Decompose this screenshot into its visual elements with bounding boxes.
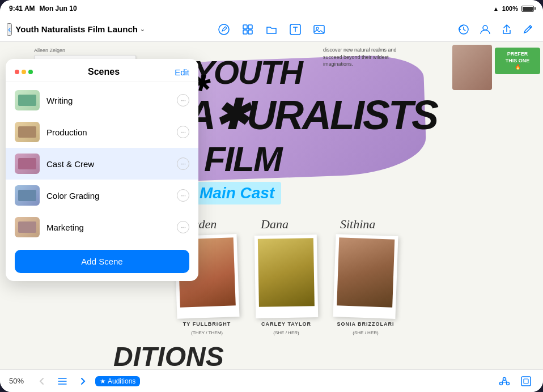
ipad-frame: 9:41 AM Mon Jun 10 ▲ 100% ‹ Youth Natura… (0, 0, 543, 392)
battery-icon (521, 6, 534, 12)
cast-name-carley: CARLEY TAYLOR (261, 321, 311, 327)
scene-more-writing[interactable]: ··· (177, 94, 189, 106)
scene-thumb-color (15, 185, 40, 206)
scene-item-writing[interactable]: Writing ··· (6, 84, 198, 116)
toolbar-right (332, 22, 536, 37)
svg-point-0 (219, 24, 229, 35)
top-right-thumbnail (452, 45, 492, 90)
scene-thumb-marketing (15, 217, 40, 237)
fullscreen-icon[interactable] (518, 373, 534, 389)
aileen-label: Aileen Zeigen (34, 48, 136, 53)
document-title-button[interactable]: Youth Naturalists Film Launch ⌄ (15, 24, 145, 34)
window-dots (15, 70, 33, 74)
polaroid-photo-carley (258, 238, 315, 307)
scene-more-production[interactable]: ··· (177, 126, 189, 138)
grid-icon[interactable] (240, 22, 256, 37)
thumb-inner-cast (15, 154, 40, 174)
cast-pronoun-sonia: (SHE / HER) (353, 330, 378, 335)
scene-label-marketing: Marketing (46, 223, 170, 232)
status-time: 9:41 AM (9, 5, 35, 12)
dot-yellow (22, 70, 26, 74)
scene-list: Writing ··· Production ··· (6, 82, 198, 245)
scene-thumb-production (15, 122, 40, 142)
back-button[interactable]: ‹ (7, 23, 12, 36)
scene-thumb-cast (15, 154, 40, 174)
scenes-edit-button[interactable]: Edit (175, 67, 189, 77)
share-icon[interactable] (499, 22, 515, 37)
folder-icon[interactable] (264, 22, 279, 37)
naturalists-text: NA✱URALISTS (159, 91, 431, 139)
cast-member-sonia: Sithina SONIA BRIZZOLARI (SHE / HER) (334, 217, 397, 335)
bottom-bar: 50% ★ Auditions (0, 369, 543, 392)
svg-rect-3 (243, 30, 247, 34)
add-scene-button[interactable]: Add Scene (15, 250, 189, 273)
svg-point-9 (483, 25, 487, 30)
cast-member-carley: Dana CARLEY TAYLOR (SHE / HER) (255, 217, 317, 335)
toolbar-left: ‹ Youth Naturalists Film Launch ⌄ (7, 23, 211, 36)
thumb-inner-writing (15, 90, 40, 110)
scene-more-cast-crew[interactable]: ··· (177, 157, 189, 170)
film-text: FILM (204, 139, 431, 179)
document-title-text: Youth Naturalists Film Launch (15, 24, 138, 34)
starred-badge[interactable]: ★ Auditions (95, 376, 140, 386)
scene-item-production[interactable]: Production ··· (6, 116, 198, 148)
pencil-circle-icon[interactable] (216, 22, 232, 37)
status-date: Mon Jun 10 (40, 5, 77, 12)
share-bottom-icon[interactable] (497, 373, 512, 389)
polaroid-carley (254, 235, 319, 318)
svg-rect-1 (243, 25, 247, 29)
scene-more-marketing[interactable]: ··· (177, 221, 189, 233)
scene-label-cast-crew: Cast & Crew (46, 159, 170, 169)
main-cast-label: Main Cast (193, 182, 281, 204)
thumb-inner-production (15, 122, 40, 142)
scene-label-production: Production (46, 127, 170, 137)
thumb-inner-marketing (15, 217, 40, 237)
title-chevron-icon: ⌄ (140, 26, 145, 32)
edit-icon[interactable] (520, 22, 536, 37)
scenes-panel-title: Scenes (33, 67, 175, 77)
cast-name-sonia: SONIA BRIZZOLARI (337, 321, 394, 327)
scenes-panel: Scenes Edit Writing ··· (6, 59, 198, 281)
scene-item-color-grading[interactable]: Color Grading ··· (6, 180, 198, 211)
collaborators-icon[interactable] (477, 22, 493, 37)
scene-more-color-grading[interactable]: ··· (177, 189, 189, 202)
main-canvas: ✱ YOUTH NA✱URALISTS FILM discover new na… (0, 42, 543, 369)
status-right: ▲ 100% (493, 5, 534, 12)
main-cast-area: Main Cast Jayden TY FULLBRIGHT (THEY / T… (176, 182, 532, 335)
scene-label-writing: Writing (46, 96, 170, 105)
nav-next-button[interactable] (75, 373, 91, 389)
scenes-header: Scenes Edit (6, 59, 198, 82)
scene-label-color-grading: Color Grading (46, 191, 170, 201)
svg-rect-2 (248, 25, 252, 29)
polaroid-sonia (333, 234, 398, 319)
svg-point-10 (503, 377, 506, 380)
toolbar-center (216, 22, 327, 37)
scene-item-marketing[interactable]: Marketing ··· (6, 211, 198, 243)
scene-thumb-writing (15, 90, 40, 110)
svg-point-7 (316, 27, 319, 29)
dot-green (28, 70, 33, 74)
nav-prev-button[interactable] (34, 373, 50, 389)
cast-photos: Jayden TY FULLBRIGHT (THEY / THEM) Dana (176, 217, 532, 335)
polaroid-photo-sonia (337, 237, 394, 307)
cast-pronoun-carley: (SHE / HER) (273, 330, 299, 335)
svg-rect-14 (524, 379, 528, 384)
dot-red (15, 70, 19, 74)
wifi-icon: ▲ (493, 6, 499, 12)
battery-percent: 100% (502, 5, 518, 12)
thumb-inner-color (15, 185, 40, 206)
text-format-icon[interactable] (287, 22, 303, 37)
svg-rect-13 (521, 377, 531, 386)
starred-label: Auditions (108, 377, 135, 385)
zoom-level: 50% (9, 377, 29, 385)
bottom-right (497, 373, 534, 389)
image-icon[interactable] (311, 22, 327, 37)
star-icon: ★ (100, 377, 106, 385)
toolbar: ‹ Youth Naturalists Film Launch ⌄ (0, 17, 543, 42)
status-left: 9:41 AM Mon Jun 10 (9, 5, 77, 12)
history-icon[interactable] (456, 22, 472, 37)
discover-text: discover new natural realms and succeed … (323, 46, 408, 68)
auctions-bottom-text: DITIONS (113, 341, 224, 369)
scene-item-cast-crew[interactable]: Cast & Crew ··· (6, 148, 198, 180)
list-view-button[interactable] (54, 373, 70, 389)
